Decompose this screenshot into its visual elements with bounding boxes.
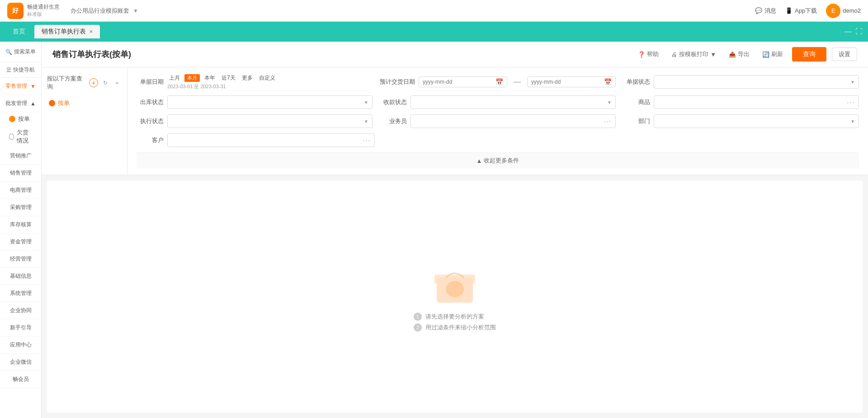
breadcrumb-arrow-icon[interactable]: ▼	[133, 8, 138, 14]
date-btn-this-year[interactable]: 本年	[203, 74, 217, 82]
help-label: 帮助	[647, 50, 659, 58]
sidebar-item-member[interactable]: 畅会员	[0, 371, 41, 388]
minimize-icon[interactable]: —	[844, 28, 852, 36]
sidebar-retail-label: 零售管理	[5, 82, 27, 90]
date-btn-this-month[interactable]: 本月	[184, 74, 200, 82]
goods-dots-icon: ···	[847, 99, 855, 106]
search-menu-label: 搜索菜单	[14, 48, 36, 56]
sidebar-item-retail[interactable]: 零售管理 ▼	[0, 78, 41, 95]
sidebar-item-basic[interactable]: 基础信息	[0, 268, 41, 285]
sidebar-item-collab[interactable]: 企业协同	[0, 302, 41, 319]
sidebar-item-apps[interactable]: 应用中心	[0, 337, 41, 354]
status-select-arrow-icon: ▼	[850, 80, 855, 85]
quick-nav-button[interactable]: ☰ 快捷导航	[0, 62, 41, 78]
sidebar-item-finance[interactable]: 资金管理	[0, 233, 41, 251]
sidebar-item-sales[interactable]: 销售管理	[0, 165, 41, 182]
filter-add-button[interactable]: +	[89, 78, 98, 87]
customer-field: 客户 ···	[137, 133, 375, 147]
template-print-button[interactable]: 🖨 按模板打印 ▼	[668, 48, 720, 60]
message-button[interactable]: 💬 消息	[755, 7, 776, 15]
collapse-filter-button[interactable]: ▲ 收起更多条件	[137, 152, 859, 168]
refresh-button[interactable]: 🔄 刷新	[759, 48, 787, 60]
search-menu-button[interactable]: 🔍 搜索菜单	[4, 46, 38, 57]
breadcrumb-text: 办公用品行业模拟账套	[71, 7, 129, 15]
filter-row-3: 执行状态 ▼ 业务员 ···	[137, 114, 859, 128]
expected-date-to-input[interactable]	[531, 79, 604, 85]
exec-status-select[interactable]: ▼	[167, 114, 373, 128]
maximize-icon[interactable]: ⛶	[855, 28, 863, 36]
empty-step-1-text: 请先选择要分析的方案	[425, 313, 484, 321]
sidebar-item-wechat[interactable]: 企业微信	[0, 354, 41, 371]
breadcrumb: 办公用品行业模拟账套 ▼	[60, 7, 755, 15]
sidebar-item-inventory[interactable]: 库存核算	[0, 216, 41, 233]
sidebar-item-purchase[interactable]: 采购管理	[0, 199, 41, 216]
logo-text: 畅捷通好生意	[27, 4, 60, 11]
date-btn-last-month[interactable]: 上月	[167, 74, 182, 82]
department-select[interactable]: ▼	[654, 114, 859, 128]
expected-date-field: 预计交货日期 📅 — 📅	[380, 76, 616, 87]
expected-date-from-input[interactable]	[423, 79, 495, 85]
payment-status-label: 收款状态	[380, 98, 407, 106]
sidebar-basic-label: 基础信息	[10, 272, 32, 280]
calendar-from-icon: 📅	[495, 78, 503, 86]
status-field: 单据状态 ▼	[623, 75, 859, 89]
expected-date-to[interactable]: 📅	[527, 76, 616, 87]
date-btn-custom[interactable]: 自定义	[257, 74, 277, 82]
logo-text-area: 畅捷通好生意 标准版	[27, 4, 60, 18]
sidebar-item-system[interactable]: 系统管理	[0, 285, 41, 302]
sidebar-item-operations[interactable]: 经营管理	[0, 251, 41, 268]
empty-text: 1 请先选择要分析的方案 2 用过滤条件来缩小分析范围	[414, 313, 496, 332]
customer-select[interactable]: ···	[167, 133, 375, 147]
message-icon: 💬	[755, 7, 762, 14]
app-download-button[interactable]: 📱 App下载	[785, 7, 817, 15]
out-status-arrow-icon: ▼	[364, 100, 368, 105]
payment-status-select[interactable]: ▼	[410, 95, 616, 109]
filter-collapse-button[interactable]: «	[113, 78, 122, 87]
user-area[interactable]: E demo2	[826, 4, 861, 18]
logo-subtext: 标准版	[27, 11, 60, 18]
sidebar-item-ecommerce[interactable]: 电商管理	[0, 182, 41, 199]
query-button[interactable]: 查询	[792, 47, 826, 62]
page-title: 销售订单执行表(按单)	[52, 49, 131, 60]
sidebar-item-marketing[interactable]: 营销推广	[0, 147, 41, 165]
expected-date-from[interactable]: 📅	[419, 76, 507, 87]
export-button[interactable]: 📤 导出	[725, 48, 753, 60]
filter-scheme-按单[interactable]: 按单	[42, 96, 127, 110]
goods-select[interactable]: ···	[654, 95, 859, 109]
salesman-select[interactable]: ···	[410, 114, 616, 128]
sidebar: 🔍 搜索菜单 ☰ 快捷导航 零售管理 ▼ 批发管理 ▲ 按单 欠货情况 营销推广	[0, 42, 42, 418]
date-btn-more[interactable]: 更多	[240, 74, 255, 82]
sidebar-finance-label: 资金管理	[10, 238, 32, 246]
sidebar-member-label: 畅会员	[13, 375, 29, 383]
user-name: demo2	[843, 7, 861, 14]
date-buttons: 上月 本月 本年 近7天 更多 自定义	[167, 74, 277, 82]
message-label: 消息	[764, 7, 776, 15]
payment-status-field: 收款状态 ▼	[380, 95, 616, 109]
help-button[interactable]: ❓ 帮助	[634, 48, 662, 60]
filter-left-actions: + ↻ «	[89, 78, 122, 87]
department-label: 部门	[623, 117, 650, 125]
empty-illustration	[432, 262, 477, 307]
sidebar-search-section: 🔍 搜索菜单	[0, 42, 41, 62]
sidebar-item-欠货[interactable]: 欠货情况	[0, 126, 41, 147]
settings-button[interactable]: 设置	[832, 48, 857, 61]
refresh-label: 刷新	[771, 50, 783, 58]
sidebar-purchase-label: 采购管理	[10, 204, 32, 211]
sidebar-collab-label: 企业协同	[10, 307, 32, 314]
tab-home[interactable]: 首页	[5, 25, 33, 38]
sidebar-item-按单[interactable]: 按单	[0, 112, 41, 126]
sidebar-item-guide[interactable]: 新手引导	[0, 319, 41, 337]
date-btn-7days[interactable]: 近7天	[220, 74, 237, 82]
filter-refresh-button[interactable]: ↻	[101, 78, 110, 87]
tab-close-icon[interactable]: ×	[90, 28, 93, 35]
tab-sales-order[interactable]: 销售订单执行表 ×	[34, 25, 100, 38]
department-field: 部门 ▼	[623, 114, 859, 128]
tab-label: 销售订单执行表	[42, 28, 86, 36]
sidebar-operations-label: 经营管理	[10, 255, 32, 263]
status-select[interactable]: ▼	[654, 75, 859, 89]
out-status-select[interactable]: ▼	[167, 95, 373, 109]
filter-row-4: 客户 ···	[137, 133, 859, 147]
date-range-display: 2023-03-01 至 2023-03-31	[167, 83, 226, 90]
sidebar-item-wholesale[interactable]: 批发管理 ▲	[0, 95, 41, 112]
sidebar-guide-label: 新手引导	[10, 324, 32, 332]
